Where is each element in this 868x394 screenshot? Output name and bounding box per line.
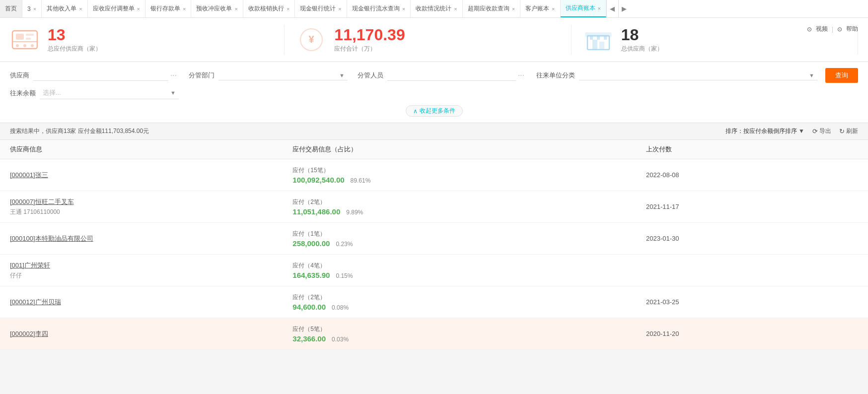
tx-info-3: 应付（4笔） 164,635.90 0.15% — [292, 262, 646, 279]
nav-tab-advance[interactable]: 预收冲应收单 × — [191, 0, 243, 17]
nav-arrow-left[interactable]: ◀ — [606, 0, 618, 17]
person-filter-input[interactable] — [387, 70, 516, 81]
person-filter-label: 分管人员 — [358, 71, 383, 80]
result-actions: 排序：按应付余额倒序排序 ▼ ⟳ 导出 ↻ 刷新 — [725, 127, 858, 135]
tx-info-5: 应付（5笔） 32,366.00 0.03% — [292, 325, 646, 343]
svg-rect-15 — [597, 36, 600, 40]
total-supplier-count: 18 — [621, 27, 663, 43]
help-link[interactable]: 帮助 — [846, 25, 858, 33]
filter-row-1: 供应商 ··· 分管部门 ▼ 分管人员 ··· 往来单位分类 ▼ — [10, 68, 858, 83]
category-filter-label: 往来单位分类 — [536, 71, 575, 80]
svg-point-7 — [31, 44, 34, 47]
export-icon: ⟳ — [812, 128, 818, 135]
nav-tab-3[interactable]: 3 × — [22, 0, 42, 17]
svg-rect-2 — [26, 34, 34, 36]
tx-info-4: 应付（2笔） 94,600.00 0.08% — [292, 293, 646, 311]
nav-arrow-right[interactable]: ▶ — [618, 0, 630, 17]
video-link[interactable]: 视频 — [816, 25, 828, 33]
divider: | — [832, 26, 833, 33]
stat-card-ap-total: ¥ 11,170.39 应付合计（万） — [285, 25, 571, 55]
close-tab-ap-adjust[interactable]: × — [137, 6, 140, 12]
close-tab-customer-acct[interactable]: × — [552, 6, 555, 12]
sort-label[interactable]: 排序：按应付余额倒序排序 ▼ — [725, 127, 804, 135]
close-tab-cash-bank-flow[interactable]: × — [402, 6, 405, 12]
ap-supplier-label: 总应付供应商（家） — [48, 45, 101, 53]
nav-tab-collection-check[interactable]: 收款核销执行 × — [243, 0, 295, 17]
close-tab-overdue[interactable]: × — [512, 6, 515, 12]
nav-tab-bank-deposit[interactable]: 银行存款单 × — [145, 0, 191, 17]
person-filter-dots[interactable]: ··· — [516, 71, 526, 80]
supplier-link-5[interactable]: [000002]李四 — [10, 329, 292, 338]
filter-dept: 分管部门 ▼ — [189, 71, 348, 80]
svg-point-6 — [23, 44, 26, 47]
dept-filter-select[interactable]: ▼ — [218, 71, 348, 80]
tx-info-2: 应付（1笔） 258,000.00 0.23% — [292, 230, 646, 248]
balance-filter-arrow: ▼ — [170, 90, 176, 96]
result-bar: 搜索结果中，供应商13家 应付金额111,703,854.00元 排序：按应付余… — [0, 123, 868, 140]
supplier-link-1[interactable]: [000007]恒旺二手叉车 — [10, 197, 292, 206]
dept-filter-arrow: ▼ — [339, 72, 345, 78]
stat-info-total-suppliers: 18 总供应商（家） — [621, 27, 663, 53]
collapse-label: 收起更多条件 — [420, 107, 455, 115]
filter-area: 供应商 ··· 分管部门 ▼ 分管人员 ··· 往来单位分类 ▼ — [0, 62, 868, 123]
last-pay-1: 2021-11-17 — [646, 203, 858, 210]
search-button[interactable]: 查询 — [825, 68, 858, 83]
supplier-info-1: [000007]恒旺二手叉车 王通 17106110000 — [10, 197, 292, 216]
nav-tab-home[interactable]: 首页 — [0, 0, 22, 17]
close-tab-collection-stat[interactable]: × — [454, 6, 457, 12]
supplier-link-2[interactable]: [000100]本特勤油品有限公司 — [10, 234, 292, 243]
table-header: 供应商信息 应付交易信息（占比） 上次付数 — [0, 140, 868, 159]
nav-tab-overdue[interactable]: 超期应收款查询 × — [463, 0, 520, 17]
filter-category: 往来单位分类 ▼ — [536, 71, 817, 80]
nav-tab-cash-bank-flow[interactable]: 现金银行流水查询 × — [347, 0, 411, 17]
collapse-bar: ∧ 收起更多条件 — [10, 103, 858, 119]
category-filter-arrow: ▼ — [809, 72, 814, 78]
supplier-filter-dots[interactable]: ··· — [168, 71, 179, 80]
stat-card-ap-suppliers: 13 总应付供应商（家） — [10, 25, 285, 55]
supplier-filter-input[interactable] — [33, 70, 168, 81]
supplier-link-3[interactable]: [001]广州荣轩 — [10, 261, 292, 270]
balance-filter-select[interactable]: 选择... ▼ — [40, 87, 179, 99]
table-row: [000007]恒旺二手叉车 王通 17106110000 应付（2笔） 11,… — [0, 191, 868, 223]
export-button[interactable]: ⟳ 导出 — [812, 127, 831, 135]
supplier-filter-label: 供应商 — [10, 71, 29, 80]
supplier-link-0[interactable]: [000001]张三 — [10, 171, 292, 180]
col-header-lastpay: 上次付数 — [646, 145, 858, 154]
supplier-info-0: [000001]张三 — [10, 171, 292, 180]
refresh-icon: ↻ — [839, 128, 845, 135]
top-navigation: 首页 3 × 其他收入单 × 应收应付调整单 × 银行存款单 × 预收冲应收单 … — [0, 0, 868, 18]
nav-tab-cash-bank-stat[interactable]: 现金银行统计 × — [295, 0, 347, 17]
ap-total-amount: 11,170.39 — [334, 27, 405, 43]
collapse-button[interactable]: ∧ 收起更多条件 — [406, 105, 463, 117]
nav-tab-customer-acct[interactable]: 客户账本 × — [520, 0, 560, 17]
nav-tab-collection-stat[interactable]: 收款情况统计 × — [411, 0, 462, 17]
close-tab-advance[interactable]: × — [234, 6, 237, 12]
stats-bar: 13 总应付供应商（家） ¥ 11,170.39 应付合计（万） — [0, 18, 868, 62]
last-pay-4: 2021-03-25 — [646, 298, 858, 306]
refresh-button[interactable]: ↻ 刷新 — [839, 127, 858, 135]
close-tab-supplier-acct[interactable]: × — [598, 5, 601, 11]
table-row: [000001]张三 应付（15笔） 100,092,540.00 89.61%… — [0, 159, 868, 191]
tx-info-0: 应付（15笔） 100,092,540.00 89.61% — [292, 166, 646, 184]
close-tab-3[interactable]: × — [33, 6, 36, 12]
last-pay-5: 2020-11-20 — [646, 330, 858, 337]
category-filter-select[interactable]: ▼ — [579, 71, 817, 80]
nav-tab-ap-adjust[interactable]: 应收应付调整单 × — [88, 0, 145, 17]
dept-filter-label: 分管部门 — [189, 71, 215, 80]
close-tab-bank-deposit[interactable]: × — [183, 6, 186, 12]
tx-info-1: 应付（2笔） 11,051,486.00 9.89% — [292, 198, 646, 216]
close-tab-cash-bank-stat[interactable]: × — [338, 6, 341, 12]
supplier-link-4[interactable]: [000012]广州贝瑞 — [10, 298, 292, 307]
nav-tab-other-income[interactable]: 其他收入单 × — [42, 0, 87, 17]
svg-rect-11 — [592, 40, 597, 50]
table-row: [001]广州荣轩 仔仔 应付（4笔） 164,635.90 0.15% — [0, 255, 868, 286]
nav-tab-supplier-acct[interactable]: 供应商账本 × — [561, 0, 606, 17]
table-row: [000012]广州贝瑞 应付（2笔） 94,600.00 0.08% 2021… — [0, 286, 868, 318]
result-summary: 搜索结果中，供应商13家 应付金额111,703,854.00元 — [10, 127, 149, 135]
close-tab-collection-check[interactable]: × — [287, 6, 289, 12]
close-tab-other-income[interactable]: × — [79, 6, 82, 12]
table-row: [000002]李四 应付（5笔） 32,366.00 0.03% 2020-1… — [0, 318, 868, 350]
col-header-tx: 应付交易信息（占比） — [292, 145, 646, 154]
svg-rect-16 — [604, 36, 607, 40]
ap-total-label: 应付合计（万） — [334, 45, 405, 53]
